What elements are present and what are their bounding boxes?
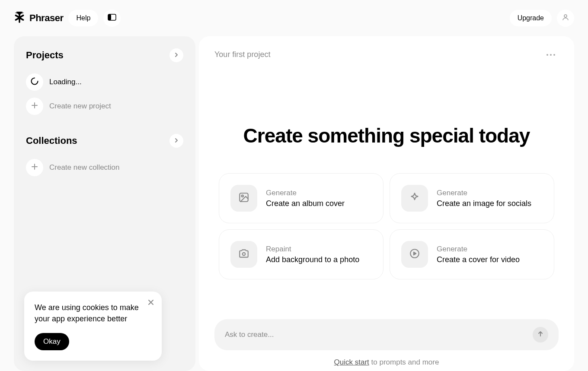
brand-logo[interactable]: Phraser (14, 12, 63, 25)
spinner-icon (30, 77, 39, 87)
create-collection-button[interactable]: Create new collection (26, 155, 183, 180)
sparkle-icon (409, 192, 420, 205)
user-icon (562, 13, 569, 23)
plus-icon (31, 102, 38, 111)
account-button[interactable] (557, 10, 574, 27)
card-title: Add background to a photo (266, 255, 359, 264)
svg-point-6 (243, 253, 246, 256)
help-button[interactable]: Help (68, 10, 98, 26)
collections-title: Collections (26, 135, 77, 146)
card-title: Create a cover for video (437, 255, 520, 264)
main-panel: Your first project Create something spec… (199, 36, 574, 371)
upgrade-button[interactable]: Upgrade (510, 10, 552, 26)
cookie-banner: We are using cookies to make your app ex… (24, 292, 162, 361)
more-horizontal-icon (546, 54, 555, 56)
main-header: Your first project (214, 50, 559, 59)
chevron-right-icon (175, 51, 178, 59)
card-label: Repaint (266, 245, 359, 254)
collections-section-header: Collections (26, 134, 183, 148)
project-loading-item: Loading... (26, 70, 183, 94)
card-label: Generate (266, 189, 345, 197)
chevron-right-icon (175, 137, 178, 145)
send-button[interactable] (533, 327, 548, 342)
projects-title: Projects (26, 50, 64, 61)
card-label: Generate (437, 189, 531, 197)
svg-point-5 (242, 195, 243, 197)
cookie-accept-button[interactable]: Okay (35, 333, 69, 350)
hero: Create something special today (214, 124, 559, 147)
prompt-input[interactable]: Ask to create... (214, 319, 559, 350)
image-icon (238, 192, 249, 205)
projects-section-header: Projects (26, 48, 183, 62)
collections-expand-button[interactable] (169, 134, 183, 148)
quick-start-rest: to prompts and more (369, 358, 439, 366)
app-header: Phraser Help Upgrade (0, 0, 588, 36)
card-video-cover[interactable]: Generate Create a cover for video (390, 229, 554, 279)
suggestion-cards: Generate Create an album cover Generate … (214, 173, 559, 279)
hero-title: Create something special today (214, 124, 559, 147)
card-add-background[interactable]: Repaint Add background to a photo (219, 229, 383, 279)
prompt-placeholder: Ask to create... (225, 330, 533, 339)
svg-rect-2 (108, 14, 111, 20)
close-icon (148, 299, 154, 307)
loading-label: Loading... (49, 78, 82, 86)
create-project-button[interactable]: Create new project (26, 94, 183, 118)
arrow-up-icon (537, 331, 543, 339)
card-title: Create an image for socials (437, 199, 531, 208)
brand-name: Phraser (29, 13, 63, 24)
create-collection-label: Create new collection (49, 163, 120, 172)
camera-icon (238, 248, 249, 261)
create-project-label: Create new project (49, 102, 111, 111)
sidebar: Projects Loading... (14, 36, 195, 371)
card-label: Generate (437, 245, 520, 254)
projects-expand-button[interactable] (169, 48, 183, 62)
svg-point-3 (564, 15, 567, 17)
plus-icon (31, 163, 38, 172)
cookie-text: We are using cookies to make your app ex… (35, 302, 151, 324)
card-title: Create an album cover (266, 199, 345, 208)
sidebar-toggle-button[interactable] (103, 10, 121, 27)
panel-icon (108, 14, 116, 22)
card-album-cover[interactable]: Generate Create an album cover (219, 173, 383, 223)
project-name: Your first project (214, 50, 270, 59)
asterisk-icon (14, 12, 25, 25)
more-options-button[interactable] (543, 51, 559, 59)
card-socials-image[interactable]: Generate Create an image for socials (390, 173, 554, 223)
quick-start-hint: Quick start to prompts and more (214, 358, 559, 367)
quick-start-link[interactable]: Quick start (334, 358, 369, 366)
play-circle-icon (409, 248, 420, 261)
cookie-close-button[interactable] (148, 299, 154, 307)
